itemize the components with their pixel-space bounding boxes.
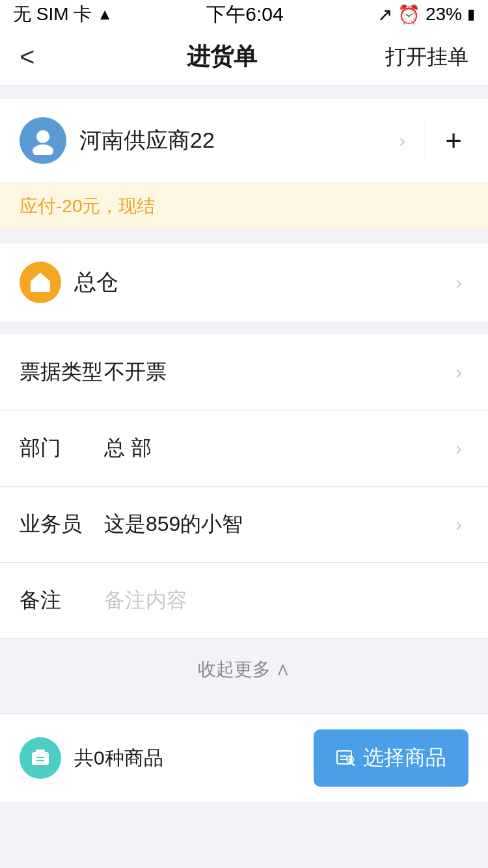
- bottom-bar: 共0种商品 选择商品: [0, 713, 488, 802]
- department-chevron-icon: ›: [455, 437, 462, 459]
- wifi-icon: ▲: [97, 5, 113, 23]
- section-gap-3: [0, 321, 488, 334]
- notice-bar: 应付-20元，现结: [0, 182, 488, 230]
- collapse-row[interactable]: 收起更多 ∧: [0, 638, 488, 700]
- department-row[interactable]: 部门 总 部 ›: [0, 411, 488, 487]
- product-icon-wrap: [20, 737, 61, 779]
- carrier-label: 无 SIM 卡: [13, 2, 92, 27]
- alarm-icon: ⏰: [398, 4, 420, 25]
- warehouse-chevron-icon: ›: [455, 271, 462, 293]
- page-title: 进货单: [187, 41, 257, 73]
- battery-icon: ▮: [467, 6, 475, 23]
- supplier-section: 河南供应商22 › + 应付-20元，现结: [0, 99, 488, 230]
- remark-label: 备注: [20, 586, 104, 615]
- invoice-type-row[interactable]: 票据类型 不开票 ›: [0, 334, 488, 411]
- status-bar: 无 SIM 卡 ▲ 下午6:04 ↗ ⏰ 23% ▮: [0, 0, 488, 29]
- department-label: 部门: [20, 434, 104, 463]
- supplier-name: 河南供应商22: [79, 126, 399, 156]
- remark-row[interactable]: 备注 备注内容: [0, 563, 488, 638]
- warehouse-icon-wrap: [20, 262, 61, 303]
- avatar-icon: [20, 117, 66, 164]
- nav-bar: < 进货单 打开挂单: [0, 29, 488, 86]
- back-button[interactable]: <: [20, 42, 59, 72]
- department-value: 总 部: [104, 434, 455, 463]
- section-gap-4: [0, 700, 488, 713]
- warehouse-section: 总仓 ›: [0, 243, 488, 321]
- remark-input[interactable]: 备注内容: [104, 586, 468, 615]
- status-time: 下午6:04: [206, 1, 283, 28]
- select-product-button[interactable]: 选择商品: [314, 729, 468, 787]
- status-left: 无 SIM 卡 ▲: [13, 2, 113, 27]
- add-supplier-button[interactable]: +: [439, 124, 468, 157]
- supplier-avatar: [20, 117, 66, 164]
- select-product-label: 选择商品: [363, 744, 446, 772]
- divider: [425, 121, 426, 160]
- product-count-label: 共0种商品: [74, 745, 314, 772]
- supplier-chevron-icon: ›: [399, 129, 405, 152]
- open-pending-button[interactable]: 打开挂单: [385, 43, 468, 72]
- collapse-label: 收起更多 ∧: [198, 657, 291, 682]
- location-icon: ↗: [377, 4, 392, 25]
- salesperson-row[interactable]: 业务员 这是859的小智 ›: [0, 487, 488, 563]
- svg-rect-2: [31, 282, 50, 292]
- invoice-type-value: 不开票: [104, 358, 455, 387]
- notice-text: 应付-20元，现结: [20, 196, 155, 216]
- salesperson-value: 这是859的小智: [104, 510, 455, 539]
- select-product-icon: [336, 748, 355, 768]
- svg-marker-3: [30, 273, 51, 282]
- supplier-row[interactable]: 河南供应商22 › +: [0, 99, 488, 182]
- warehouse-name: 总仓: [74, 267, 455, 297]
- page-background: [0, 802, 488, 868]
- section-gap-2: [0, 230, 488, 243]
- battery-label: 23%: [426, 4, 462, 25]
- section-gap-1: [0, 86, 488, 99]
- salesperson-chevron-icon: ›: [455, 513, 462, 536]
- salesperson-label: 业务员: [20, 510, 104, 539]
- form-section: 票据类型 不开票 › 部门 总 部 › 业务员 这是859的小智 › 备注 备注…: [0, 334, 488, 638]
- invoice-type-label: 票据类型: [20, 358, 104, 387]
- svg-rect-5: [36, 750, 45, 755]
- svg-point-1: [33, 144, 53, 155]
- status-right: ↗ ⏰ 23% ▮: [377, 4, 475, 25]
- warehouse-row[interactable]: 总仓 ›: [0, 243, 488, 321]
- invoice-type-chevron-icon: ›: [455, 361, 462, 383]
- product-icon: [28, 746, 53, 770]
- svg-point-0: [36, 130, 49, 143]
- warehouse-icon: [28, 270, 53, 295]
